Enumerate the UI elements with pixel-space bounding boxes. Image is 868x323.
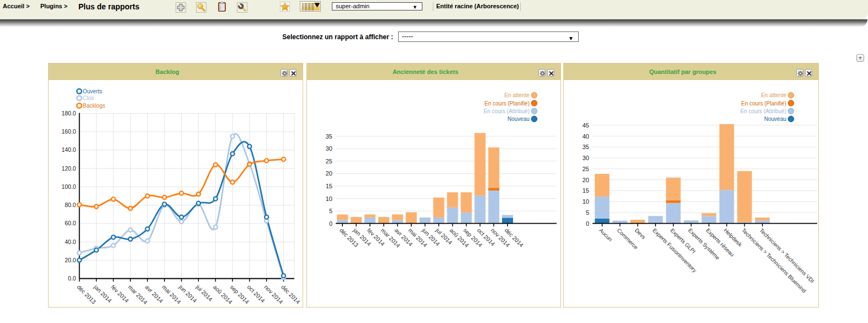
svg-text:fév 2014: fév 2014 xyxy=(110,283,130,304)
svg-text:Nouveau: Nouveau xyxy=(507,116,530,122)
svg-text:10: 10 xyxy=(583,198,589,205)
svg-text:25: 25 xyxy=(326,158,332,165)
svg-text:Experts Système: Experts Système xyxy=(687,227,721,261)
svg-text:160.0: 160.0 xyxy=(61,128,76,135)
svg-text:140.0: 140.0 xyxy=(61,146,76,153)
svg-text:0: 0 xyxy=(586,220,589,227)
svg-text:15: 15 xyxy=(326,183,332,189)
svg-text:20.0: 20.0 xyxy=(65,257,76,263)
svg-text:45: 45 xyxy=(583,122,589,129)
svg-text:20: 20 xyxy=(326,170,332,177)
svg-text:5: 5 xyxy=(329,208,332,214)
svg-text:40.0: 40.0 xyxy=(65,239,76,245)
svg-text:En attente: En attente xyxy=(761,92,786,98)
svg-text:En attente: En attente xyxy=(504,92,530,98)
svg-text:30: 30 xyxy=(326,145,332,152)
svg-text:0: 0 xyxy=(329,220,332,227)
svg-text:En cours (Planifié): En cours (Planifié) xyxy=(741,100,786,107)
svg-text:40: 40 xyxy=(583,133,589,140)
svg-text:déc 2014: déc 2014 xyxy=(280,283,301,305)
svg-text:120.0: 120.0 xyxy=(61,165,76,172)
svg-text:35: 35 xyxy=(326,133,332,140)
svg-text:180.0: 180.0 xyxy=(61,110,76,117)
svg-text:15: 15 xyxy=(583,187,589,194)
svg-text:5: 5 xyxy=(586,209,589,216)
svg-text:100.0: 100.0 xyxy=(61,183,76,190)
svg-text:Backlogs: Backlogs xyxy=(83,103,105,109)
svg-text:10: 10 xyxy=(326,195,332,202)
svg-text:En cours (Planifié): En cours (Planifié) xyxy=(484,100,530,107)
svg-text:Clos: Clos xyxy=(83,95,94,101)
svg-text:25: 25 xyxy=(583,166,589,172)
svg-text:Aucun: Aucun xyxy=(598,227,613,242)
svg-text:En cours (Attribué): En cours (Attribué) xyxy=(740,108,786,114)
svg-text:Techniciens > Techniciens Blue: Techniciens > Techniciens Bluemind xyxy=(740,227,807,294)
svg-text:60.0: 60.0 xyxy=(65,220,76,226)
svg-text:80.0: 80.0 xyxy=(65,202,76,208)
svg-text:30: 30 xyxy=(583,155,589,161)
svg-text:0.0: 0.0 xyxy=(68,275,76,282)
svg-text:Devs: Devs xyxy=(634,227,647,240)
svg-text:20: 20 xyxy=(583,177,589,183)
svg-text:En cours (Attribué): En cours (Attribué) xyxy=(484,108,530,114)
svg-text:Ouverts: Ouverts xyxy=(83,88,102,94)
svg-text:Nouveau: Nouveau xyxy=(764,116,786,122)
svg-text:35: 35 xyxy=(583,144,589,150)
